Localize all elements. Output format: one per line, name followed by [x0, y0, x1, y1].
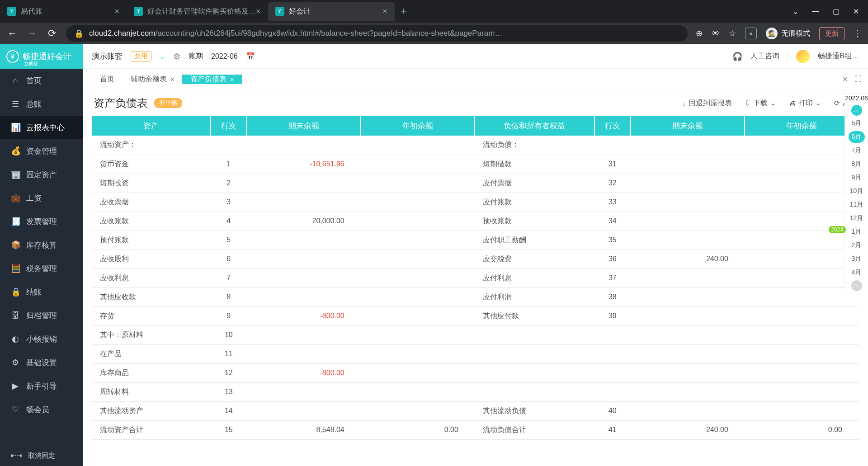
- month-button[interactable]: 5月: [849, 118, 865, 129]
- cell-asset[interactable]: 流动资产：: [92, 136, 211, 155]
- cell-liab[interactable]: 短期借款: [475, 155, 594, 174]
- cell-liab[interactable]: 流动负债合计: [475, 420, 594, 439]
- month-button[interactable]: 4月: [849, 267, 865, 278]
- close-window-icon[interactable]: ✕: [853, 7, 859, 16]
- sidebar-item[interactable]: ☰总账: [0, 92, 83, 116]
- account-name[interactable]: 演示账套: [92, 51, 123, 61]
- unpin-button[interactable]: ⇤⇥ 取消固定: [0, 445, 83, 466]
- cell-liab[interactable]: 应付利息: [475, 268, 594, 287]
- cell-asset[interactable]: 流动资产合计: [92, 420, 211, 439]
- cell-asset[interactable]: 库存商品: [92, 363, 211, 382]
- cell-liab[interactable]: [475, 363, 594, 382]
- sidebar-item[interactable]: 🏢固定资产: [0, 163, 83, 186]
- reload-icon[interactable]: ⟳: [46, 28, 58, 39]
- disable-chip[interactable]: 禁用: [131, 52, 151, 61]
- sidebar-item[interactable]: 🗄归档管理: [0, 304, 83, 327]
- sidebar-item[interactable]: 🧮税务管理: [0, 257, 83, 280]
- page-tab[interactable]: 辅助余额表×: [123, 75, 182, 84]
- avatar[interactable]: [796, 50, 810, 63]
- new-tab-button[interactable]: +: [395, 5, 413, 17]
- cell-asset[interactable]: 应收账款: [92, 212, 211, 231]
- close-tab-icon[interactable]: ×: [114, 7, 119, 16]
- cell-liab[interactable]: 应交税费: [475, 249, 594, 268]
- service-link[interactable]: 人工咨询: [750, 52, 779, 61]
- close-all-icon[interactable]: ✕: [842, 75, 848, 84]
- revert-button[interactable]: ↓回退到原报表: [683, 99, 732, 108]
- sidebar-item[interactable]: 💰资金管理: [0, 139, 83, 163]
- url-input[interactable]: 🔒 cloud2.chanjet.com /accounting/uh26t26…: [66, 25, 688, 42]
- browser-tab[interactable]: ¥易代账×: [0, 2, 127, 21]
- sidebar-item[interactable]: ♡畅会员: [0, 398, 83, 421]
- download-button[interactable]: ⇩下载⌄: [745, 99, 776, 108]
- cell-asset[interactable]: 应收票据: [92, 193, 211, 212]
- cell-asset[interactable]: 预付账款: [92, 231, 211, 249]
- month-button[interactable]: 9月: [849, 172, 865, 184]
- calendar-icon[interactable]: 📅: [246, 52, 255, 61]
- close-tab-icon[interactable]: ×: [230, 76, 234, 83]
- sidebar-item[interactable]: 🔒结账: [0, 280, 83, 304]
- sidebar-item[interactable]: ◐小畅报销: [0, 327, 83, 351]
- cell-liab[interactable]: [475, 382, 594, 401]
- sidebar-item[interactable]: 🧾发票管理: [0, 210, 83, 233]
- star-icon[interactable]: ☆: [729, 28, 736, 38]
- close-tab-icon[interactable]: ×: [382, 7, 387, 16]
- cell-liab[interactable]: 预收账款: [475, 212, 594, 231]
- cell-asset[interactable]: 应收股利: [92, 249, 211, 268]
- cell-asset[interactable]: 其他应收款: [92, 287, 211, 306]
- cell-asset[interactable]: 在产品: [92, 344, 211, 363]
- month-button[interactable]: 8月: [849, 158, 865, 170]
- browser-tab[interactable]: ¥好会计财务管理软件购买价格及…×: [127, 2, 268, 21]
- menu-icon[interactable]: ⋮: [854, 28, 862, 38]
- month-button[interactable]: 1月: [849, 226, 865, 238]
- eye-off-icon[interactable]: 👁: [712, 29, 720, 38]
- page-tab[interactable]: 首页: [92, 75, 123, 84]
- back-icon[interactable]: ←: [6, 28, 18, 39]
- sidebar-item[interactable]: ▶新手引导: [0, 374, 83, 398]
- extensions-icon[interactable]: »: [745, 28, 757, 39]
- cell-liab[interactable]: [475, 344, 594, 363]
- month-button[interactable]: 12月: [849, 212, 865, 224]
- cell-asset[interactable]: 应收利息: [92, 268, 211, 287]
- cell-liab[interactable]: 其他应付款: [475, 306, 594, 325]
- month-button[interactable]: 10月: [849, 185, 865, 197]
- update-button[interactable]: 更新: [819, 27, 844, 40]
- chevron-down-icon[interactable]: ⌄: [793, 7, 798, 16]
- cell-asset[interactable]: 短期投资: [92, 174, 211, 193]
- fullscreen-icon[interactable]: ⛶: [854, 75, 862, 84]
- month-button[interactable]: 6月: [849, 131, 865, 143]
- page-tab[interactable]: 资产负债表×: [182, 75, 242, 84]
- browser-tab[interactable]: ¥好会计×: [268, 2, 395, 21]
- close-tab-icon[interactable]: ×: [170, 76, 174, 83]
- chevron-down-icon[interactable]: ⌄: [160, 53, 165, 60]
- cell-liab[interactable]: [475, 325, 594, 344]
- maximize-icon[interactable]: ▢: [833, 7, 840, 16]
- month-button[interactable]: 7月: [849, 145, 865, 156]
- zoom-icon[interactable]: ⊕: [696, 28, 703, 38]
- cell-liab[interactable]: 应付票据: [475, 174, 594, 193]
- forward-icon[interactable]: →: [26, 28, 38, 39]
- cell-asset[interactable]: 其中：原材料: [92, 325, 211, 344]
- month-button[interactable]: 11月: [849, 199, 865, 211]
- month-next-button[interactable]: ﹀: [851, 280, 862, 291]
- cell-liab[interactable]: 流动负债：: [475, 136, 594, 155]
- sidebar-item[interactable]: 📦库存核算: [0, 233, 83, 257]
- cell-asset[interactable]: 货币资金: [92, 155, 211, 174]
- cell-liab[interactable]: 应付账款: [475, 193, 594, 212]
- cell-asset[interactable]: 周转材料: [92, 382, 211, 401]
- user-name[interactable]: 畅捷通B组…: [818, 52, 859, 61]
- print-button[interactable]: 🖨打印⌄: [789, 99, 821, 108]
- sidebar-item[interactable]: 📊云报表中心: [0, 116, 83, 139]
- minimize-icon[interactable]: —: [812, 7, 819, 16]
- sidebar-item[interactable]: 💼工资: [0, 186, 83, 210]
- close-tab-icon[interactable]: ×: [256, 7, 261, 16]
- sidebar-item[interactable]: ⚙基础设置: [0, 351, 83, 374]
- period-value[interactable]: 2022-06: [211, 52, 238, 61]
- cell-liab[interactable]: 应付职工薪酬: [475, 231, 594, 249]
- month-prev-button[interactable]: ︿: [851, 105, 862, 116]
- cell-asset[interactable]: 其他流动资产: [92, 401, 211, 420]
- cell-liab[interactable]: 其他流动负债: [475, 401, 594, 420]
- month-button[interactable]: 3月: [849, 253, 865, 265]
- month-button[interactable]: 2月: [849, 240, 865, 251]
- year-chip[interactable]: 2022.06: [843, 93, 868, 103]
- cell-asset[interactable]: 存货: [92, 306, 211, 325]
